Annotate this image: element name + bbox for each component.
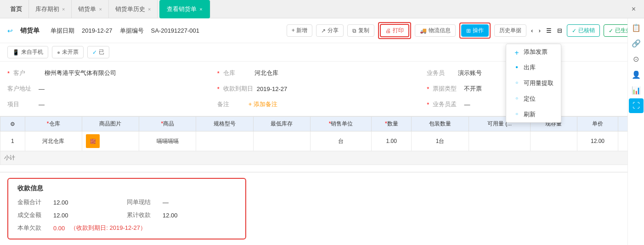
project-field: 项目 — <box>7 98 217 110</box>
check-icon-effective: ✓ <box>609 28 613 34</box>
number-value: SA-20191227-001 <box>151 27 200 34</box>
doc-icon: ↩ <box>7 27 13 34</box>
address-field: 客户地址 — <box>7 83 217 95</box>
col-spec: 规格型号 <box>196 117 253 131</box>
tab-history[interactable]: 销货单历史 × <box>109 0 158 18</box>
grid-icon: ⊞ <box>466 28 471 34</box>
tab-home[interactable]: 首页 <box>4 0 29 18</box>
tab-sales[interactable]: 销货单 × <box>72 0 108 18</box>
check-circle-icon: ✓ <box>92 49 97 56</box>
share-icon: ↗ <box>321 28 326 34</box>
menu-available-extract[interactable]: ○ 可用量提取 <box>506 75 561 91</box>
tab-home-label: 首页 <box>10 5 22 13</box>
col-gear: ⚙ <box>0 117 25 131</box>
toolbar: + 新增 ↗ 分享 ⧉ 复制 🖨 打印 🚚 物流信息 <box>287 22 637 39</box>
history-button[interactable]: 历史单据 <box>494 24 526 37</box>
menu-outbound[interactable]: ● 出库 <box>506 60 561 75</box>
outbound-icon: ● <box>514 64 520 71</box>
menu-refresh[interactable]: ○ 刷新 <box>506 107 561 122</box>
tab-view-sales-label: 查看销货单 <box>167 5 197 13</box>
view-grid[interactable]: ⊟ <box>556 26 563 35</box>
tab-inventory-label: 库存期初 <box>35 5 59 13</box>
tab-view-sales-close[interactable]: × <box>199 6 202 12</box>
sold-button[interactable]: ✓ 已核销 <box>567 24 600 37</box>
row-stock <box>531 131 577 151</box>
subtotal-label: 小计 <box>0 151 644 165</box>
print-button[interactable]: 🖨 打印 <box>380 24 409 37</box>
nav-prev[interactable]: ‹ <box>530 26 534 35</box>
col-qty: *数量 <box>372 117 412 131</box>
number-label: 单据编号 <box>120 27 144 35</box>
print-icon: 🖨 <box>385 28 391 34</box>
total-row: 金额合计 12.00 <box>17 197 127 207</box>
sidebar-expand-icon[interactable]: ⛶ <box>629 98 644 113</box>
col-pack: 包装数量 <box>412 117 469 131</box>
same-order-row: 同单现结 — <box>127 197 236 207</box>
sidebar-person-icon[interactable]: 👤 <box>629 67 644 82</box>
phone-icon: 📱 <box>12 49 19 56</box>
form-title: 销货单 <box>20 27 40 35</box>
tab-history-label: 销货单历史 <box>115 5 145 13</box>
row-product: 嗝嗝嗝嗝 <box>139 131 196 151</box>
menu-locate[interactable]: ○ 定位 <box>506 91 561 107</box>
col-min-stock: 最低库存 <box>253 117 310 131</box>
not-opened-button[interactable]: ● 未开票 <box>52 46 84 58</box>
col-image: 商品图片 <box>82 117 139 131</box>
product-image: 🧱 <box>86 134 100 148</box>
transaction-row: 成交金额 12.00 <box>17 210 127 220</box>
logistics-button[interactable]: 🚚 物流信息 <box>415 24 456 37</box>
product-table: ⚙ *仓库 商品图片 *商品 规格型号 最低库存 *销售单位 *数量 包装数量 … <box>0 116 644 165</box>
locate-icon: ○ <box>514 96 520 102</box>
sidebar-doc-icon[interactable]: 📋 <box>629 20 644 35</box>
add-note-button[interactable]: + 添加备注 <box>249 100 277 108</box>
truck-icon: 🚚 <box>420 28 427 34</box>
row-warehouse: 河北仓库 <box>25 131 82 151</box>
dropdown-menu: + 添加发票 ● 出库 ○ 可用量提取 ○ 定位 ○ 刷新 <box>506 44 561 123</box>
table-area: ⚙ *仓库 商品图片 *商品 规格型号 最低库存 *销售单位 *数量 包装数量 … <box>0 116 644 172</box>
sidebar-chart-icon[interactable]: 📊 <box>629 83 644 97</box>
tab-view-sales[interactable]: 查看销货单 × <box>159 0 210 18</box>
subtotal-row: 小计 <box>0 151 644 165</box>
menu-add-invoice[interactable]: + 添加发票 <box>506 44 561 60</box>
col-unit: *销售单位 <box>310 117 371 131</box>
due-date-field: * 收款到期日 2019-12-27 <box>217 83 427 95</box>
nav-next[interactable]: › <box>538 26 542 35</box>
date-label: 单据日期 <box>51 27 74 35</box>
sidebar-circle-icon[interactable]: ⊙ <box>629 51 644 66</box>
operations-button[interactable]: ⊞ 操作 <box>461 24 489 37</box>
window-close[interactable]: × <box>627 5 640 13</box>
customer-field: * 客户 柳州粤港平安气体有限公司 <box>7 67 217 79</box>
form-header: ↩ 销货单 单据日期 2019-12-27 单据编号 SA-20191227-0… <box>0 18 644 43</box>
ops-highlight-border: ⊞ 操作 <box>459 23 491 39</box>
copy-button[interactable]: ⧉ 复制 <box>347 24 374 37</box>
copy-icon: ⧉ <box>352 28 356 34</box>
view-list[interactable]: ☰ <box>545 26 553 35</box>
new-button[interactable]: + 新增 <box>287 24 312 37</box>
tab-inventory[interactable]: 库存期初 × <box>29 0 72 18</box>
check-button[interactable]: ✓ 已 <box>87 46 109 58</box>
tab-sales-close[interactable]: × <box>99 6 102 12</box>
tab-history-close[interactable]: × <box>148 6 151 12</box>
this-order-row: 本单欠款 0.00 （收款到期日: 2019-12-27） <box>17 223 236 233</box>
tab-bar: 首页 库存期初 × 销货单 × 销货单历史 × 查看销货单 × × <box>0 0 644 18</box>
row-spec <box>196 131 253 151</box>
sidebar-link-icon[interactable]: 🔗 <box>629 36 644 51</box>
form-meta: 单据日期 2019-12-27 单据编号 SA-20191227-001 <box>51 27 199 35</box>
col-warehouse: *仓库 <box>25 117 82 131</box>
row-available <box>469 131 531 151</box>
payment-title: 收款信息 <box>17 184 236 193</box>
col-price: 单价 <box>577 117 618 131</box>
warehouse-field: * 仓库 河北仓库 <box>217 67 427 79</box>
note-field: 备注 + 添加备注 <box>217 98 427 110</box>
tab-inventory-close[interactable]: × <box>62 6 65 12</box>
date-value: 2019-12-27 <box>82 27 113 34</box>
payment-box: 收款信息 金额合计 12.00 同单现结 — 成交金额 12.00 <box>7 178 246 239</box>
row-image: 🧱 <box>82 131 139 151</box>
row-index: 1 <box>0 131 25 151</box>
tab-sales-label: 销货单 <box>78 5 96 13</box>
col-product: *商品 <box>139 117 196 131</box>
from-phone-button[interactable]: 📱 来自手机 <box>7 46 48 58</box>
print-highlight-border: 🖨 打印 <box>378 22 411 39</box>
share-button[interactable]: ↗ 分享 <box>316 24 344 37</box>
check-icon-sold: ✓ <box>572 28 576 34</box>
